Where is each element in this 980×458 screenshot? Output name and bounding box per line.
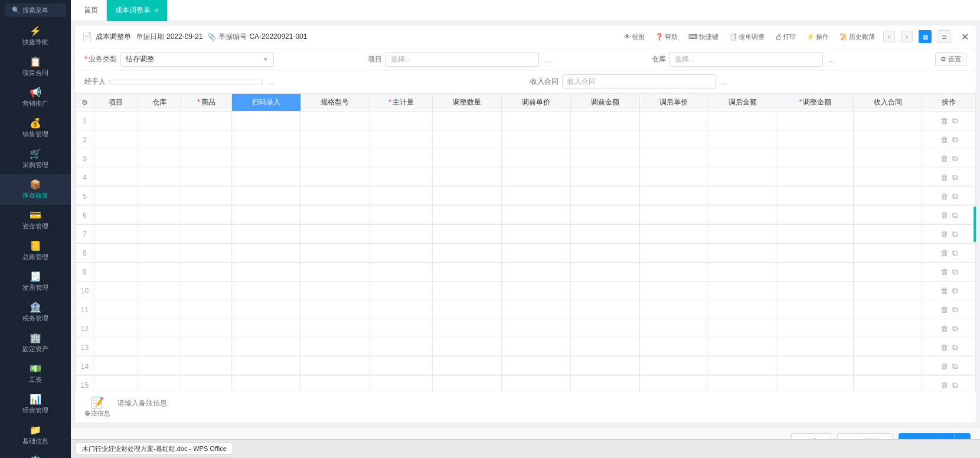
cell-adj-amount[interactable] <box>778 112 854 130</box>
cell-post-price[interactable] <box>639 244 708 263</box>
sidebar-item-sales-mgmt[interactable]: 💰 销售管理 <box>0 113 71 143</box>
cell-warehouse[interactable] <box>138 206 181 225</box>
cell-post-amount[interactable] <box>708 206 778 225</box>
cell-unit[interactable] <box>370 244 433 263</box>
close-window-btn[interactable]: ✕ <box>961 31 969 42</box>
cell-warehouse[interactable] <box>138 376 181 391</box>
cell-project[interactable] <box>94 187 138 206</box>
cell-post-price[interactable] <box>639 225 708 244</box>
cell-pre-amount[interactable] <box>570 225 639 244</box>
cell-income-contract[interactable] <box>853 300 922 319</box>
cell-product[interactable] <box>181 357 232 376</box>
cell-pre-amount[interactable] <box>570 149 639 168</box>
cell-warehouse[interactable] <box>138 130 181 149</box>
handler-ellipsis-btn[interactable]: ... <box>266 78 277 86</box>
cell-unit[interactable] <box>370 112 433 130</box>
cell-spec[interactable] <box>300 376 370 391</box>
cell-adj-amount[interactable] <box>778 206 854 225</box>
delete-row-icon[interactable]: 🗑 <box>940 305 948 314</box>
cell-scan[interactable] <box>231 168 300 187</box>
cell-product[interactable] <box>181 206 232 225</box>
nav-next-btn[interactable]: › <box>901 31 913 42</box>
cell-post-price[interactable] <box>639 319 708 338</box>
cell-warehouse[interactable] <box>138 300 181 319</box>
copy-row-icon[interactable]: ⧉ <box>952 135 958 144</box>
cell-warehouse[interactable] <box>138 263 181 282</box>
cell-warehouse[interactable] <box>138 282 181 300</box>
cell-unit[interactable] <box>370 206 433 225</box>
cell-adj-qty[interactable] <box>433 149 502 168</box>
cell-scan[interactable] <box>231 357 300 376</box>
copy-row-icon[interactable]: ⧉ <box>952 116 958 125</box>
cell-post-price[interactable] <box>639 376 708 391</box>
cell-adj-amount[interactable] <box>778 319 854 338</box>
cell-unit[interactable] <box>370 149 433 168</box>
cell-scan[interactable] <box>231 319 300 338</box>
copy-row-icon[interactable]: ⧉ <box>952 230 958 238</box>
cell-spec[interactable] <box>300 187 370 206</box>
cell-warehouse[interactable] <box>138 244 181 263</box>
cell-adj-qty[interactable] <box>433 225 502 244</box>
sidebar-item-ops-mgmt[interactable]: 📊 经营管理 <box>0 389 71 420</box>
delete-row-icon[interactable]: 🗑 <box>940 211 948 220</box>
cell-product[interactable] <box>181 168 232 187</box>
cell-spec[interactable] <box>300 357 370 376</box>
delete-row-icon[interactable]: 🗑 <box>940 135 948 144</box>
cell-post-amount[interactable] <box>708 130 778 149</box>
cell-pre-amount[interactable] <box>570 187 639 206</box>
copy-row-icon[interactable]: ⧉ <box>952 211 958 220</box>
sidebar-item-basic-info[interactable]: 📁 基础信息 <box>0 420 71 450</box>
cell-income-contract[interactable] <box>853 225 922 244</box>
cell-post-price[interactable] <box>639 168 708 187</box>
cell-product[interactable] <box>181 112 232 130</box>
delete-row-icon[interactable]: 🗑 <box>940 362 948 371</box>
cell-warehouse[interactable] <box>138 225 181 244</box>
cell-project[interactable] <box>94 376 138 391</box>
taskbar-wps-item[interactable]: 木门行业好业财处理方案-暮红红.doc - WPS Office <box>76 443 233 455</box>
sidebar-item-purchase-mgmt[interactable]: 🛒 采购管理 <box>0 143 71 174</box>
warehouse-ellipsis-btn[interactable]: ... <box>827 55 837 64</box>
cell-pre-amount[interactable] <box>570 300 639 319</box>
cell-adj-qty[interactable] <box>433 244 502 263</box>
bill-adjust-btn[interactable]: 📑 按单调整 <box>727 31 767 42</box>
cell-pre-price[interactable] <box>502 376 571 391</box>
cell-post-amount[interactable] <box>708 319 778 338</box>
cell-scan[interactable] <box>231 282 300 300</box>
cell-warehouse[interactable] <box>138 149 181 168</box>
cell-post-amount[interactable] <box>708 376 778 391</box>
view-list-btn[interactable]: ☰ <box>937 30 950 43</box>
cell-pre-amount[interactable] <box>570 263 639 282</box>
cell-post-price[interactable] <box>639 187 708 206</box>
sidebar-item-inventory[interactable]: 📦 库存核算 <box>0 174 71 205</box>
delete-row-icon[interactable]: 🗑 <box>940 324 948 333</box>
copy-row-icon[interactable]: ⧉ <box>952 267 958 276</box>
copy-row-icon[interactable]: ⧉ <box>952 381 958 390</box>
cell-spec[interactable] <box>300 263 370 282</box>
cell-income-contract[interactable] <box>853 187 922 206</box>
cell-pre-amount[interactable] <box>570 357 639 376</box>
cell-spec[interactable] <box>300 130 370 149</box>
cell-post-amount[interactable] <box>708 300 778 319</box>
sidebar-item-salary[interactable]: 💵 工资 <box>0 358 71 389</box>
cell-post-amount[interactable] <box>708 338 778 357</box>
sidebar-item-invoice[interactable]: 🧾 发票管理 <box>0 266 71 297</box>
shortcut-btn[interactable]: ⌨ 快捷键 <box>686 31 721 42</box>
cell-scan[interactable] <box>231 206 300 225</box>
cell-project[interactable] <box>94 225 138 244</box>
cell-project[interactable] <box>94 300 138 319</box>
cell-adj-amount[interactable] <box>778 149 854 168</box>
cell-post-price[interactable] <box>639 206 708 225</box>
cell-spec[interactable] <box>300 149 370 168</box>
cell-post-amount[interactable] <box>708 282 778 300</box>
cell-scan[interactable] <box>231 263 300 282</box>
delete-row-icon[interactable]: 🗑 <box>940 154 948 163</box>
cell-income-contract[interactable] <box>853 376 922 391</box>
sidebar-item-fixed-assets[interactable]: 🏢 固定资产 <box>0 328 71 358</box>
cell-pre-amount[interactable] <box>570 244 639 263</box>
col-settings[interactable]: ⚙ <box>76 94 94 112</box>
cell-pre-price[interactable] <box>502 357 571 376</box>
cell-pre-price[interactable] <box>502 149 571 168</box>
cell-pre-amount[interactable] <box>570 376 639 391</box>
cell-adj-qty[interactable] <box>433 319 502 338</box>
delete-row-icon[interactable]: 🗑 <box>940 248 948 257</box>
